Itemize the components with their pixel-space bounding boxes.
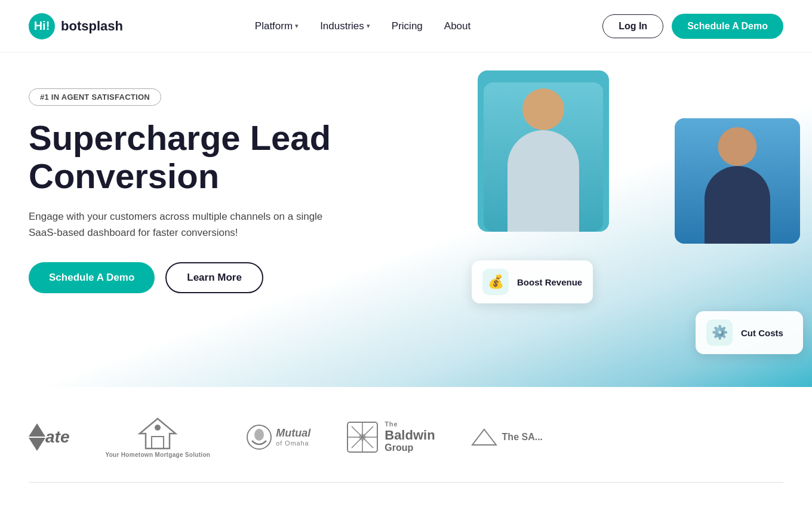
boost-revenue-card: 💰 Boost Revenue — [472, 260, 593, 303]
section-divider — [29, 482, 783, 483]
cut-costs-icon: ⚙️ — [706, 320, 733, 346]
login-button[interactable]: Log In — [602, 14, 663, 38]
cut-costs-label: Cut Costs — [741, 328, 783, 338]
hero-visual: 💰 Boost Revenue ⚙️ Cut Costs — [406, 53, 812, 387]
logo-ate: ate — [29, 423, 69, 451]
hero-title-line1: Supercharge Lead — [29, 118, 331, 157]
learn-more-button[interactable]: Learn More — [165, 262, 263, 293]
logos-track: ate TOP FLITE FINANCIAL Your Hometown Mo… — [29, 416, 783, 458]
woman-avatar — [484, 82, 603, 232]
person-card-woman — [478, 70, 609, 232]
nav-item-industries[interactable]: Industries ▾ — [312, 16, 379, 37]
logo-icon: Hi! — [29, 13, 55, 39]
ate-arrow-down-icon — [29, 438, 45, 451]
hero-buttons: Schedule A Demo Learn More — [29, 262, 375, 293]
mutual-text-1: Mutual — [276, 427, 310, 440]
cut-costs-card: ⚙️ Cut Costs — [696, 311, 803, 354]
logo-icon-text: Hi! — [34, 19, 50, 33]
nav-label-industries: Industries — [320, 20, 364, 32]
top-flite-text: Your Hometown Mortgage Solution — [105, 451, 210, 458]
top-flite-icon: TOP FLITE FINANCIAL — [134, 416, 182, 451]
baldwin-group-icon — [346, 421, 379, 453]
nav-links: Platform ▾ Industries ▾ Pricing About — [247, 16, 479, 37]
logo-link[interactable]: Hi! botsplash — [29, 13, 123, 39]
hero-section: #1 IN AGENT SATISFACTION Supercharge Lea… — [0, 53, 812, 387]
schedule-demo-hero-button[interactable]: Schedule A Demo — [29, 262, 155, 293]
nav-label-pricing: Pricing — [392, 20, 423, 32]
schedule-demo-nav-button[interactable]: Schedule A Demo — [672, 14, 783, 39]
logo-mutual-of-omaha: Mutual of Omaha — [246, 424, 310, 450]
logo-the-baldwin-group: The Baldwin Group — [346, 420, 435, 453]
agent-satisfaction-badge: #1 IN AGENT SATISFACTION — [29, 88, 161, 106]
svg-point-4 — [155, 425, 161, 431]
logo-top-flite: TOP FLITE FINANCIAL Your Hometown Mortga… — [105, 416, 210, 458]
boost-revenue-icon: 💰 — [482, 269, 509, 295]
nav-item-platform[interactable]: Platform ▾ — [247, 16, 307, 37]
nav-label-platform: Platform — [255, 20, 293, 32]
nav-actions: Log In Schedule A Demo — [602, 14, 783, 39]
the-sa-icon — [471, 428, 497, 446]
hero-subtitle: Engage with your customers across multip… — [29, 208, 327, 241]
navbar: Hi! botsplash Platform ▾ Industries ▾ Pr… — [0, 0, 812, 53]
baldwin-text: Baldwin — [385, 429, 435, 442]
svg-marker-2 — [140, 419, 176, 449]
man-avatar — [675, 118, 800, 244]
svg-point-7 — [254, 429, 264, 441]
svg-rect-3 — [152, 437, 164, 449]
group-text: Group — [385, 442, 435, 453]
the-sa-text: The SA... — [502, 432, 543, 443]
logos-section: ate TOP FLITE FINANCIAL Your Hometown Mo… — [0, 387, 812, 482]
mutual-of-omaha-icon — [246, 424, 272, 450]
boost-revenue-label: Boost Revenue — [517, 277, 582, 287]
nav-item-pricing[interactable]: Pricing — [383, 16, 431, 37]
logo-text: botsplash — [61, 19, 123, 34]
hero-content: #1 IN AGENT SATISFACTION Supercharge Lea… — [29, 88, 375, 293]
svg-marker-0 — [29, 423, 45, 437]
chevron-down-icon: ▾ — [295, 22, 299, 30]
ate-arrow-icon — [29, 423, 45, 437]
person-card-man — [675, 118, 800, 244]
nav-item-about[interactable]: About — [436, 16, 479, 37]
ate-logo-text: ate — [45, 428, 69, 447]
hero-title-line2: Conversion — [29, 156, 219, 195]
hero-title: Supercharge Lead Conversion — [29, 119, 375, 195]
logo-the-sa: The SA... — [471, 428, 543, 446]
svg-marker-1 — [29, 438, 45, 451]
svg-point-13 — [359, 434, 366, 441]
mutual-text-2: of Omaha — [276, 440, 310, 447]
chevron-down-icon: ▾ — [367, 22, 370, 30]
nav-label-about: About — [444, 20, 470, 32]
